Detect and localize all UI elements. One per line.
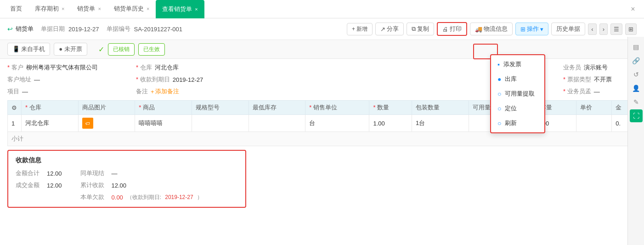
close-window-button[interactable]: × — [626, 2, 640, 17]
tab-home[interactable]: 首页 — [4, 0, 28, 18]
row-unit-price — [576, 115, 612, 132]
available-qty-label: 可用量提取 — [505, 90, 535, 98]
ops-icon: ⊞ — [520, 26, 525, 33]
ticket-type-value: 不开票 — [594, 75, 612, 84]
address-label: 客户地址 — [7, 75, 31, 84]
copy-button[interactable]: ⧉ 复制 — [407, 23, 434, 35]
ops-outbound[interactable]: ● 出库 — [491, 72, 544, 86]
history-button[interactable]: 历史单据 — [551, 23, 585, 35]
add-invoice-icon: ▪ — [497, 61, 500, 68]
doc-title-text: 销货单 — [16, 25, 34, 33]
outbound-icon: ● — [497, 75, 501, 83]
doc-actions: + 新增 ↗ 分享 ⧉ 复制 🖨 打印 🚚 物流信息 ⊞ 操作 ▾ — [347, 22, 637, 36]
sidebar-icon-link[interactable]: 🔗 — [630, 54, 643, 67]
print-button[interactable]: 🖨 打印 — [437, 22, 467, 36]
not-open-button[interactable]: ● 未开票 — [54, 43, 87, 56]
doc-header: ↩ 销货单 单据日期 2019-12-27 单据编号 SA-20191227-0… — [0, 18, 644, 40]
locate-label: 定位 — [505, 104, 517, 113]
address-field: 客户地址 — — [7, 75, 136, 84]
refresh-label: 刷新 — [505, 119, 517, 127]
address-value: — — [34, 76, 40, 83]
close-tab-sales[interactable]: × — [98, 6, 101, 11]
col-spec: 规格型号 — [192, 101, 249, 115]
salesperson-field: 业务员 演示账号 — [563, 63, 637, 72]
doc-date-field: 单据日期 2019-12-27 — [41, 25, 99, 33]
payment-col-left: 金额合计 12.00 成交金额 12.00 — [16, 169, 62, 201]
new-button[interactable]: + 新增 — [347, 23, 373, 35]
action-row: 📱 来自手机 ● 未开票 ✓ 已核销 已生效 — [0, 40, 644, 59]
subtotal-row: 小计 — [8, 132, 637, 146]
no-value: SA-20191227-001 — [134, 26, 183, 33]
ops-locate[interactable]: ○ 定位 — [491, 101, 544, 116]
copy-icon: ⧉ — [412, 25, 416, 33]
share-icon: ↗ — [380, 26, 385, 33]
payment-owed-note-end: ） — [197, 194, 203, 201]
layout-grid-button[interactable]: ⊞ — [625, 23, 637, 35]
sidebar-icon-refresh[interactable]: ↺ — [630, 68, 643, 81]
close-tab-view-sales[interactable]: × — [195, 6, 198, 12]
warehouse-label: 仓库 — [136, 63, 152, 72]
due-date-value: 2019-12-27 — [173, 76, 203, 83]
tab-sales[interactable]: 销货单 × — [71, 0, 107, 18]
date-value: 2019-12-27 — [68, 26, 99, 33]
logistics-icon: 🚚 — [475, 26, 482, 33]
tab-inventory[interactable]: 库存期初 × — [28, 0, 71, 18]
sidebar-icon-expand[interactable]: ⛶ — [630, 109, 643, 122]
col-unit-price: 单价 — [576, 101, 612, 115]
project-label: 项目 — [7, 87, 19, 96]
from-mobile-button[interactable]: 📱 来自手机 — [7, 43, 50, 56]
customer-field: 客户 柳州粤港平安气体有限公司 — [7, 63, 136, 72]
logistics-button[interactable]: 🚚 物流信息 — [470, 23, 513, 35]
payment-rows: 金额合计 12.00 成交金额 12.00 同单现结 — 累计收款 12.00 — [16, 169, 238, 201]
sidebar-icon-1[interactable]: ▤ — [630, 40, 643, 53]
col-warehouse: * 仓库 — [22, 101, 79, 115]
date-label: 单据日期 — [41, 25, 65, 33]
sidebar-icon-edit[interactable]: ✎ — [630, 96, 643, 108]
ops-available-qty[interactable]: ○ 可用量提取 — [491, 86, 544, 101]
payment-received-label: 累计收款 — [80, 181, 108, 189]
payment-deal-value: 12.00 — [47, 182, 62, 189]
add-note-button[interactable]: + 添加备注 — [151, 87, 179, 96]
customer-label: 客户 — [7, 63, 23, 72]
effected-button[interactable]: 已生效 — [138, 43, 165, 56]
row-warehouse: 河北仓库 — [22, 115, 79, 132]
close-tab-inventory[interactable]: × — [62, 6, 64, 11]
ops-add-invoice[interactable]: ▪ 添发票 — [491, 57, 544, 72]
row-min-stock — [249, 115, 305, 132]
close-tab-sales-history[interactable]: × — [147, 6, 149, 11]
customer-value: 柳州粤港平安气体有限公司 — [26, 63, 98, 72]
product-thumbnail: 🏷 — [82, 118, 93, 129]
payment-settlement-value: — — [112, 170, 118, 177]
right-sidebar: ▤ 🔗 ↺ 👤 ✎ ⛶ — [627, 37, 644, 245]
ops-button[interactable]: ⊞ 操作 ▾ — [515, 23, 548, 35]
row-qty: 1.00 — [369, 115, 412, 132]
next-button[interactable]: › — [599, 23, 608, 35]
table-wrapper: ⚙ * 仓库 商品图片 * 商品 规格型号 最低库存 * 销售单位 * 数量 包… — [0, 100, 644, 146]
col-min-stock: 最低库存 — [249, 101, 305, 115]
tab-view-sales[interactable]: 查看销货单 × — [156, 0, 204, 18]
tab-bar: 首页 库存期初 × 销货单 × 销货单历史 × 查看销货单 × × — [0, 0, 644, 18]
row-product: 嘻嘻嘻嘻 — [135, 115, 192, 132]
print-icon: 🖨 — [442, 26, 448, 33]
plus-icon: + — [151, 88, 154, 95]
row-spec — [192, 115, 249, 132]
prev-button[interactable]: ‹ — [588, 23, 596, 35]
checked-button[interactable]: 已核销 — [108, 43, 135, 56]
tab-bar-right: × — [626, 2, 640, 17]
tab-sales-history[interactable]: 销货单历史 × — [107, 0, 156, 18]
warehouse-value: 河北仓库 — [155, 63, 179, 72]
layout-list-button[interactable]: ☰ — [610, 23, 622, 35]
check-icon: ✓ — [98, 45, 104, 54]
payment-col-right: 同单现结 — 累计收款 12.00 本单欠款 0.00 （收款到期日: 2019… — [80, 169, 203, 201]
ops-refresh[interactable]: ○ 刷新 — [491, 116, 544, 131]
share-button[interactable]: ↗ 分享 — [375, 23, 404, 35]
ops-dropdown-icon: ▾ — [540, 26, 543, 33]
doc-title: ↩ 销货单 — [7, 25, 34, 33]
no-label: 单据编号 — [107, 25, 130, 33]
sales-agent-label: 业务员孟 — [563, 87, 591, 96]
sidebar-icon-user[interactable]: 👤 — [630, 82, 643, 95]
row-product-img: 🏷 — [78, 115, 135, 132]
col-sales-unit: * 销售单位 — [305, 101, 369, 115]
doc-icon: ↩ — [7, 25, 13, 33]
ticket-type-label: 票据类型 — [563, 75, 591, 84]
